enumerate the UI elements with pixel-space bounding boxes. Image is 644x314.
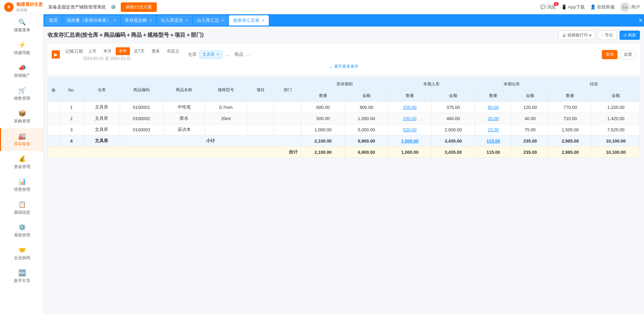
sidebar-item-basic-info[interactable]: 📋 基础信息 <box>0 197 43 219</box>
cell-in-qty-0[interactable]: 250.00 <box>388 102 432 113</box>
cell-open-amt-2: 5,000.00 <box>345 124 388 135</box>
tab-close-stock-summary[interactable]: ✕ <box>262 18 265 23</box>
cell-dept-0 <box>274 102 301 113</box>
tab-inout-flow[interactable]: 出入库流水 ✕ <box>157 15 192 26</box>
date-options: 上月 本月 本年 近7天 更多 自定义 <box>85 47 182 55</box>
sidebar-item-sales[interactable]: 🛒 销售管理 <box>0 83 43 105</box>
tab-inout-summary[interactable]: 出入库汇总 ✕ <box>193 15 228 26</box>
basicinfo-icon: 📋 <box>18 201 26 208</box>
sidebar-label-sales: 销售管理 <box>14 96 30 101</box>
expand-more-btn[interactable]: ⌄ 展开更多条件 <box>52 62 636 71</box>
cell-out-qty-2[interactable]: 15.00 <box>475 124 512 135</box>
experience-button[interactable]: 体验行业方案 <box>121 2 157 12</box>
sidebar-item-marketing[interactable]: 📣 营销推广 <box>0 60 43 83</box>
sidebar-item-newbie[interactable]: 🆕 新手引导 <box>0 265 43 288</box>
th-settings[interactable]: ⚙ <box>48 79 60 102</box>
date-btn-thisyear[interactable]: 本年 <box>116 47 130 55</box>
subtotal-no: 4 <box>60 135 84 147</box>
th-in-group: 本期入库 <box>388 79 475 90</box>
service-icon: 👤 <box>590 4 596 10</box>
sidebar-item-operations[interactable]: 📊 经营管理 <box>0 174 43 197</box>
user-item[interactable]: Ea 用户 <box>620 2 640 12</box>
tab-stock-summary[interactable]: 收发存汇总表 ✕ <box>229 15 269 26</box>
cell-no-1: 2 <box>60 113 84 124</box>
query-button[interactable]: 查询 <box>602 50 617 59</box>
app-download-item[interactable]: 📱 App下载 <box>561 4 585 10</box>
message-icon: 💬 <box>540 4 546 10</box>
sidebar-item-quicknav[interactable]: ⚡ 快捷导航 <box>0 37 43 60</box>
tab-close-all-icon[interactable]: ✕ <box>634 18 643 23</box>
th-project: 项目 <box>247 79 274 102</box>
sidebar-item-finance[interactable]: 💰 资金管理 <box>0 151 43 174</box>
cell-close-qty-0: 770.00 <box>548 102 592 113</box>
filter-toggle-btn[interactable]: ▶ <box>52 50 60 59</box>
date-btn-custom[interactable]: 自定义 <box>164 47 182 55</box>
goods-ellipsis[interactable]: ... <box>246 52 250 57</box>
tab-inout-summary-label: 出入库汇总 <box>197 17 219 23</box>
sidebar-item-collab[interactable]: 🤝 企业协同 <box>0 242 43 265</box>
cell-no-0: 1 <box>60 102 84 113</box>
cell-name-2: 采访本 <box>163 124 205 135</box>
refresh-button[interactable]: ↺ 刷新 <box>620 31 640 40</box>
subtotal-out-qty: 115.00 <box>475 135 512 147</box>
sidebar-label-marketing: 营销推广 <box>14 73 30 79</box>
sidebar-item-purchase[interactable]: 📦 采购管理 <box>0 105 43 128</box>
cell-warehouse-2: 文具库 <box>83 124 120 135</box>
warehouse-tag[interactable]: 文具库 ✕ <box>199 51 222 59</box>
th-out-qty: 数量 <box>475 90 512 102</box>
collab-icon: 🤝 <box>18 246 26 254</box>
total-out-amt: 235.00 <box>512 147 548 158</box>
date-btn-7days[interactable]: 近7天 <box>131 47 148 55</box>
finance-icon: 💰 <box>18 155 26 163</box>
filter-bar: ▶ 记账日期 上月 本月 本年 近7天 更多 自定义 <box>48 44 640 75</box>
goods-filter-group: 商品 ... <box>234 51 250 57</box>
cell-check-1[interactable] <box>48 113 60 124</box>
date-btn-thismonth[interactable]: 本月 <box>100 47 115 55</box>
tab-close-inout-flow[interactable]: ✕ <box>185 18 188 23</box>
print-button[interactable]: 🖨 按模板打印 ▾ <box>558 31 595 40</box>
sidebar-label-quicknav: 快捷导航 <box>14 50 30 56</box>
date-btn-more[interactable]: 更多 <box>149 47 163 55</box>
refresh-icon: ↺ <box>623 33 627 38</box>
settings-icon[interactable]: ⚙️ <box>109 2 118 12</box>
cell-out-qty-1[interactable]: 20.00 <box>475 113 512 124</box>
online-service-item[interactable]: 👤 在线客服 <box>590 4 615 10</box>
subtotal-warehouse: 文具库 <box>83 135 120 147</box>
message-item[interactable]: 💬 消息 6 <box>540 4 556 10</box>
page-content: 收发存汇总表(按仓库＋商品编码＋商品＋规格型号＋项目＋部门) 🖨 按模板打印 ▾… <box>44 27 644 314</box>
warehouse-remove-icon[interactable]: ✕ <box>216 52 219 57</box>
cell-check-2[interactable] <box>48 124 60 135</box>
expand-more-label: 展开更多条件 <box>334 64 359 69</box>
cell-check-0[interactable] <box>48 102 60 113</box>
sidebar-item-inventory[interactable]: 🏭 库存核算 <box>0 128 43 151</box>
warehouse-label: 仓库 <box>188 51 197 57</box>
tab-home[interactable]: 首页 <box>45 15 62 26</box>
tab-inventory-dist-label: 现存量（库存分布表） <box>67 17 111 23</box>
cell-in-qty-1[interactable]: 230.00 <box>388 113 432 124</box>
print-dropdown-icon: ▾ <box>589 33 591 38</box>
cell-in-amt-2: 2,600.00 <box>431 124 475 135</box>
warehouse-tag-text: 文具库 <box>202 52 215 57</box>
avatar: Ea <box>620 2 630 12</box>
user-label: 用户 <box>631 4 640 10</box>
sidebar-item-system[interactable]: ⚙️ 系统管理 <box>0 219 43 242</box>
tab-close-inout-summary[interactable]: ✕ <box>221 18 224 23</box>
sidebar-label-purchase: 采购管理 <box>14 118 30 124</box>
cell-name-0: 中性笔 <box>163 102 205 113</box>
sidebar-item-search[interactable]: 🔍 搜索菜单 <box>0 14 43 37</box>
date-btn-lastmonth[interactable]: 上月 <box>85 47 99 55</box>
cell-in-qty-2[interactable]: 520.00 <box>388 124 432 135</box>
tab-inventory-dist[interactable]: 现存量（库存分布表） ✕ <box>63 15 120 26</box>
warehouse-ellipsis[interactable]: ... <box>225 52 229 57</box>
tab-close-batch[interactable]: ✕ <box>149 18 152 23</box>
cell-open-qty-2: 1,000.00 <box>301 124 345 135</box>
tab-close-inventory-dist[interactable]: ✕ <box>113 18 116 23</box>
cell-close-qty-2: 1,505.00 <box>548 124 592 135</box>
filter-settings-button[interactable]: 设置 <box>620 50 636 59</box>
subtotal-open-amt: 6,900.00 <box>345 135 388 147</box>
message-badge: 6 <box>554 2 559 6</box>
sidebar-label-system: 系统管理 <box>14 232 30 238</box>
tab-batch[interactable]: 库存批次账 ✕ <box>121 15 156 26</box>
export-button[interactable]: ↑ 导出 <box>598 31 617 40</box>
cell-out-qty-0[interactable]: 80.00 <box>475 102 512 113</box>
